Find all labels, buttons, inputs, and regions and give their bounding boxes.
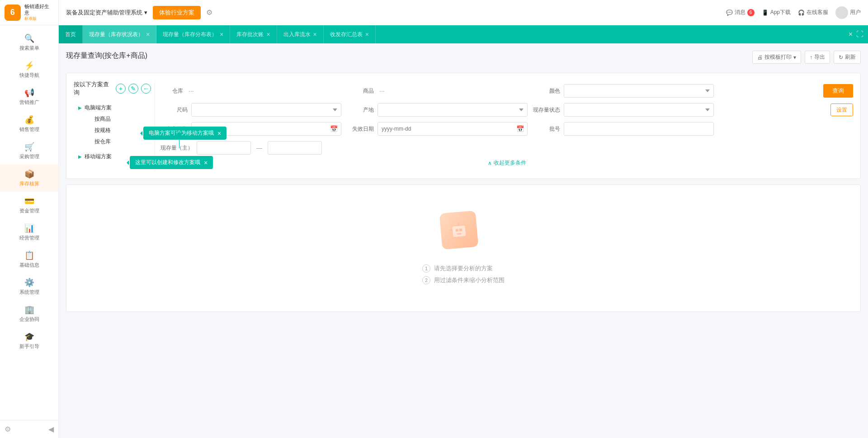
sidebar-item-finance[interactable]: 💳 资金管理	[0, 192, 58, 219]
chevron-down-icon: ▾	[793, 54, 796, 61]
collapse-label: 收起更多条件	[494, 159, 526, 167]
sidebar-item-label-newbie: 新手引导	[19, 343, 39, 350]
industry-btn[interactable]: 体验行业方案	[153, 6, 201, 19]
sidebar-item-newbie[interactable]: 🎓 新手引导	[0, 327, 58, 354]
tab-summary-close[interactable]: ×	[365, 31, 369, 38]
edit-scheme-btn[interactable]: ✎	[128, 84, 138, 94]
filter-actions: + ✎ ←	[116, 84, 151, 94]
sidebar-item-label-system: 系统管理	[19, 289, 39, 296]
enterprise-icon: 🏢	[24, 305, 34, 315]
sidebar-item-operations[interactable]: 📊 经营管理	[0, 219, 58, 246]
sidebar-item-search[interactable]: 🔍 搜索菜单	[0, 29, 58, 56]
svg-rect-1	[456, 229, 459, 232]
sidebar-item-quick[interactable]: ⚡ 快捷导航	[0, 56, 58, 83]
tab-flow[interactable]: 出入库流水 ×	[277, 25, 324, 43]
tab-expand-icon[interactable]: ⛶	[856, 30, 863, 38]
app-download-action[interactable]: 📱 App下载	[762, 9, 791, 16]
sidebar-item-sales[interactable]: 💰 销售管理	[0, 110, 58, 137]
sidebar-item-basic[interactable]: 📋 基础信息	[0, 246, 58, 273]
filter-row-1: 仓库 ··· 商品 ··· 颜色	[160, 84, 853, 98]
size-select[interactable]	[191, 103, 341, 117]
tab-inventory-dist[interactable]: 现存量（库存分布表） ×	[156, 25, 230, 43]
newbie-icon: 🎓	[24, 332, 34, 342]
sidebar-item-system[interactable]: ⚙️ 系统管理	[0, 273, 58, 300]
tab-inventory-dist-close[interactable]: ×	[220, 31, 223, 38]
logo-badge: 标准版	[24, 16, 54, 22]
filter-field-quantity: 现存量（主） —	[160, 141, 387, 155]
product-dots[interactable]: ···	[377, 87, 387, 94]
collapse-up-icon: ∧	[488, 160, 492, 166]
expire-date-label: 失效日期	[347, 125, 374, 133]
tab-home[interactable]: 首页	[59, 25, 83, 43]
scheme-list: ▶ 电脑端方案 按商品 按规格 按仓库	[74, 102, 151, 162]
produce-date-calendar-icon[interactable]: 📅	[330, 125, 338, 132]
tab-inventory-status[interactable]: 现存量（库存状况表） ×	[83, 25, 156, 43]
filter-rows: 仓库 ··· 商品 ··· 颜色	[160, 80, 853, 155]
expire-date-input[interactable]	[377, 122, 528, 136]
back-scheme-btn[interactable]: ←	[141, 84, 151, 94]
sidebar-item-inventory[interactable]: 📦 库存核算	[0, 165, 58, 192]
scheme-item-by-product[interactable]: 按商品	[85, 113, 151, 125]
origin-select[interactable]	[377, 103, 528, 117]
user-label: 用户	[850, 9, 861, 16]
sidebar: 6 畅销通好生意 标准版 🔍 搜索菜单 ⚡ 快捷导航 📢 营销推广 💰 销售管理…	[0, 0, 59, 438]
tab-inventory-status-close[interactable]: ×	[146, 31, 150, 38]
sidebar-item-label-sales: 销售管理	[19, 126, 39, 133]
filter-field-product: 商品 ···	[347, 87, 528, 95]
filter-field-expire-date: 失效日期 📅	[347, 122, 528, 136]
filter-field-warehouse: 仓库 ···	[160, 87, 341, 95]
tab-batch-close[interactable]: ×	[266, 31, 270, 38]
tab-home-label: 首页	[65, 31, 76, 38]
sidebar-item-marketing[interactable]: 📢 营销推广	[0, 83, 58, 110]
scheme-item-label-0: 按商品	[94, 115, 111, 123]
search-icon: 🔍	[24, 33, 34, 43]
quantity-to-input[interactable]	[268, 141, 322, 155]
tab-flow-close[interactable]: ×	[313, 31, 317, 38]
export-btn[interactable]: ↑ 导出	[805, 51, 830, 64]
messages-action[interactable]: 💬 消息 6	[726, 9, 755, 16]
system-icon: ⚙️	[24, 278, 34, 287]
quantity-from-input[interactable]	[197, 141, 251, 155]
collapse-row[interactable]: ∧ 收起更多条件	[160, 155, 853, 171]
online-support-action[interactable]: 🎧 在线客服	[798, 9, 828, 16]
query-btn[interactable]: 查询	[823, 84, 853, 98]
add-scheme-btn[interactable]: +	[116, 84, 126, 94]
status-select[interactable]	[564, 103, 714, 117]
inventory-icon: 📦	[24, 169, 34, 179]
marketing-icon: 📢	[24, 88, 34, 98]
filter-row-2: 尺码 产地	[160, 103, 853, 117]
status-select-wrapper	[564, 103, 714, 117]
template-print-btn[interactable]: 🖨 按模板打印 ▾	[752, 51, 801, 64]
batch-input[interactable]	[564, 122, 714, 136]
filter-field-color: 颜色	[533, 84, 714, 98]
scheme-tooltip-close[interactable]: ×	[217, 130, 221, 137]
tab-inventory-dist-label: 现存量（库存分布表）	[163, 31, 217, 38]
scheme-desktop[interactable]: ▶ 电脑端方案	[78, 102, 151, 113]
color-select[interactable]	[564, 84, 714, 98]
settings-btn[interactable]: 设置	[830, 104, 853, 116]
user-action[interactable]: 用户	[835, 6, 861, 19]
tab-batch[interactable]: 库存批次账 ×	[230, 25, 277, 43]
tab-summary[interactable]: 收发存汇总表 ×	[324, 25, 376, 43]
system-title-dropdown[interactable]: 装备及固定资产辅助管理系统 ▾	[66, 9, 147, 17]
collapse-sidebar-icon[interactable]: ◀	[48, 425, 54, 433]
scheme-item-by-warehouse[interactable]: 按仓库	[85, 136, 151, 147]
tab-batch-label: 库存批次账	[236, 31, 264, 38]
template-print-label: 按模板打印	[764, 53, 792, 61]
edit-tooltip-text: 这里可以创建和修改方案哦	[135, 159, 200, 166]
edit-tooltip-close[interactable]: ×	[204, 159, 208, 166]
warehouse-dots[interactable]: ···	[187, 87, 196, 94]
expire-date-calendar-icon[interactable]: 📅	[516, 125, 524, 132]
scheme-tooltip: 电脑方案可设为移动方案哦 ×	[143, 127, 226, 140]
sidebar-item-purchase[interactable]: 🛒 采购管理	[0, 137, 58, 165]
message-icon: 💬	[726, 9, 733, 16]
logo-icon: 6	[5, 5, 21, 21]
settings-bottom-icon[interactable]: ⚙	[5, 425, 11, 433]
product-label: 商品	[347, 87, 374, 95]
tab-close-all-icon[interactable]: ×	[849, 30, 853, 38]
refresh-btn[interactable]: ↻ 刷新	[834, 51, 861, 64]
gear-icon[interactable]: ⚙	[206, 8, 212, 17]
action-bar: 🖨 按模板打印 ▾ ↑ 导出 ↻ 刷新	[752, 51, 861, 64]
filter-field-origin: 产地	[347, 103, 528, 117]
sidebar-item-enterprise[interactable]: 🏢 企业协同	[0, 300, 58, 327]
